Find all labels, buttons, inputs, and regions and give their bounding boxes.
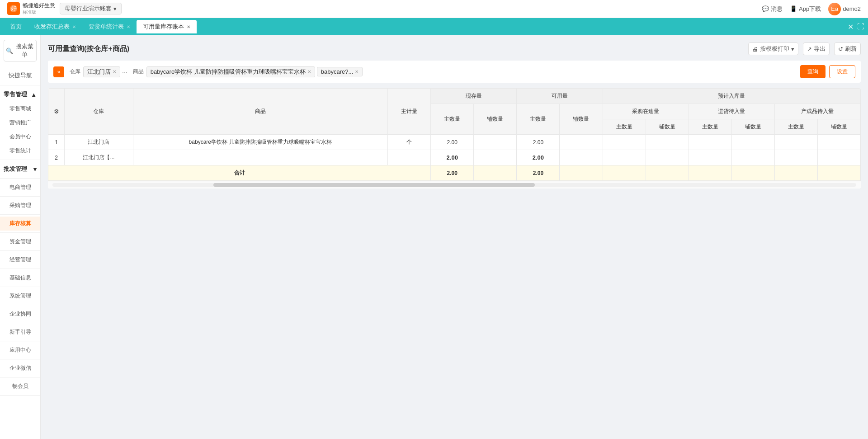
sidebar-quick-nav: 快捷导航 — [0, 66, 40, 85]
sidebar-item-quicknav[interactable]: 快捷导航 — [0, 68, 40, 83]
sidebar-item-operation[interactable]: 经营管理 — [0, 253, 40, 267]
sidebar-item-retail-stats[interactable]: 零售统计 — [0, 144, 40, 158]
summary-label: 合计 — [48, 165, 431, 181]
horizontal-scrollbar[interactable] — [48, 181, 861, 189]
tab-available[interactable]: 可用量库存账本 ✕ — [137, 20, 197, 33]
tab-receipts[interactable]: 收发存汇总表 ✕ — [28, 20, 82, 33]
settings-icon: ⚙ — [54, 108, 59, 115]
cell-current-main-2: 2.00 — [431, 150, 474, 165]
product-tag-1-label: babycare学饮杯 儿童防摔防撞吸管杯重力球吸嘴杯宝宝水杯 — [151, 68, 306, 76]
refresh-label: 刷新 — [845, 45, 857, 53]
summary-pt-aux — [646, 165, 689, 181]
industry-selector[interactable]: 母婴行业演示账套 ▾ — [60, 3, 122, 14]
chevron-down-icon: ▾ — [113, 5, 117, 12]
template-print-btn[interactable]: 🖨 按模板打印 ▾ — [748, 42, 798, 55]
retail-label: 零售管理 — [4, 90, 27, 99]
product-tag-2-close[interactable]: ✕ — [355, 69, 359, 74]
product-tag-2: babycare?... ✕ — [317, 67, 363, 76]
warehouse-more-btn[interactable]: ··· — [122, 68, 127, 76]
filter-product-group: 商品 babycare学饮杯 儿童防摔防撞吸管杯重力球吸嘴杯宝宝水杯 ✕ bab… — [133, 66, 363, 77]
chevron-up-icon: ▲ — [31, 91, 37, 98]
filter-expand-btn[interactable]: » — [53, 66, 64, 77]
sidebar-section-wholesale-header[interactable]: 批发管理 ▾ — [0, 162, 40, 176]
sidebar-item-enterprise[interactable]: 企业协同 — [0, 307, 40, 321]
cell-avail-main-1: 2.00 — [517, 135, 560, 150]
app-download-label: App下载 — [799, 5, 821, 13]
cell-avail-aux-2 — [560, 150, 603, 165]
sidebar-item-ecommerce[interactable]: 电商管理 — [0, 180, 40, 194]
message-btn[interactable]: 💬 消息 — [762, 5, 783, 13]
tab-orders[interactable]: 要货单统计表 ✕ — [82, 20, 137, 33]
cell-pt-main-2 — [603, 150, 646, 165]
logo-icon: 好 — [7, 2, 20, 15]
settings-btn[interactable]: 设置 — [829, 65, 855, 78]
sidebar-item-marketing[interactable]: 营销推广 — [0, 116, 40, 130]
page-actions: 🖨 按模板打印 ▾ ↗ 导出 ↺ 刷新 — [748, 42, 861, 55]
sidebar-search-area: 🔍 搜索菜单 — [0, 35, 40, 66]
tab-close-btn[interactable]: ✕ — [848, 23, 854, 31]
filter-warehouse-group: 仓库 江北门店 ✕ ··· — [70, 66, 127, 77]
summary-avail-main: 2.00 — [517, 165, 560, 181]
th-warehouse: 仓库 — [65, 89, 133, 135]
summary-pp-aux — [817, 165, 860, 181]
sidebar-section-appcenter: 应用中心 — [0, 341, 40, 359]
cell-ip-main-2 — [689, 150, 731, 165]
th-avail-main: 主数量 — [517, 104, 560, 135]
warehouse-tag-label: 江北门店 — [87, 68, 111, 76]
sidebar-item-newguide[interactable]: 新手引导 — [0, 325, 40, 339]
sidebar-section-member: 畅会员 — [0, 378, 40, 396]
tab-receipts-close[interactable]: ✕ — [72, 24, 76, 29]
wholesale-label: 批发管理 — [4, 165, 27, 173]
tab-available-close[interactable]: ✕ — [187, 24, 190, 29]
warehouse-tag-close[interactable]: ✕ — [113, 69, 116, 74]
main-layout: 🔍 搜索菜单 快捷导航 零售管理 ▲ 零售商城 营销推广 会员中心 零售统计 批… — [0, 35, 868, 439]
summary-ip-aux — [731, 165, 774, 181]
sidebar-item-purchase[interactable]: 采购管理 — [0, 198, 40, 212]
th-settings[interactable]: ⚙ — [48, 89, 65, 135]
th-current-aux: 辅数量 — [474, 104, 517, 135]
export-label: 导出 — [814, 45, 826, 53]
user-menu[interactable]: Ea demo2 — [828, 3, 861, 15]
cell-seq-1: 1 — [48, 135, 65, 150]
page-title: 可用量查询(按仓库+商品) — [48, 44, 129, 54]
warehouse-tag-jiangbei: 江北门店 ✕ — [83, 66, 120, 77]
sidebar-item-appcenter[interactable]: 应用中心 — [0, 343, 40, 357]
industry-label: 母婴行业演示账套 — [65, 5, 112, 13]
sidebar-item-basic[interactable]: 基础信息 — [0, 271, 40, 285]
sidebar-item-finance[interactable]: 资金管理 — [0, 235, 40, 249]
refresh-btn[interactable]: ↺ 刷新 — [834, 42, 861, 55]
sidebar-item-changyuanhui[interactable]: 畅会员 — [0, 379, 40, 393]
tab-home[interactable]: 首页 — [4, 20, 28, 33]
table-row: 2 江北门店【... 2.00 2.00 — [48, 150, 861, 165]
product-label: 商品 — [133, 68, 144, 76]
sidebar-section-retail-header[interactable]: 零售管理 ▲ — [0, 87, 40, 102]
tab-expand-btn[interactable]: ⛶ — [857, 23, 864, 31]
chevron-down-icon: ▾ — [33, 166, 37, 173]
sidebar-item-system[interactable]: 系统管理 — [0, 289, 40, 303]
sidebar-item-wxenterprise[interactable]: 企业微信 — [0, 361, 40, 375]
sidebar-item-inventory[interactable]: 库存核算 — [0, 217, 40, 231]
sidebar-section-newguide: 新手引导 — [0, 323, 40, 341]
cell-warehouse-2: 江北门店【... — [65, 150, 133, 165]
search-menu-btn[interactable]: 🔍 搜索菜单 — [4, 40, 37, 61]
tab-orders-label: 要货单统计表 — [89, 23, 124, 31]
th-ip-main: 主数量 — [689, 119, 731, 135]
app-download-btn[interactable]: 📱 App下载 — [790, 5, 821, 13]
mobile-icon: 📱 — [790, 5, 797, 12]
sidebar-item-retail-mall[interactable]: 零售商城 — [0, 102, 40, 116]
th-product-pending: 产成品待入量 — [774, 104, 860, 119]
export-icon: ↗ — [807, 46, 812, 52]
sidebar-item-members[interactable]: 会员中心 — [0, 130, 40, 144]
cell-unit-2 — [388, 150, 431, 165]
filter-bar: » 仓库 江北门店 ✕ ··· 商品 babycare学饮杯 儿童防摔防撞吸管杯… — [48, 61, 861, 83]
query-btn[interactable]: 查询 — [800, 65, 826, 78]
th-current-main: 主数量 — [431, 104, 474, 135]
export-btn[interactable]: ↗ 导出 — [803, 42, 830, 55]
cell-product-2 — [133, 150, 387, 165]
top-bar-right: 💬 消息 📱 App下载 Ea demo2 — [762, 3, 861, 15]
tab-orders-close[interactable]: ✕ — [127, 24, 130, 29]
summary-pt-main — [603, 165, 646, 181]
scrollbar-thumb[interactable] — [213, 183, 535, 187]
avatar-text: Ea — [831, 5, 838, 12]
product-tag-1-close[interactable]: ✕ — [307, 69, 311, 74]
